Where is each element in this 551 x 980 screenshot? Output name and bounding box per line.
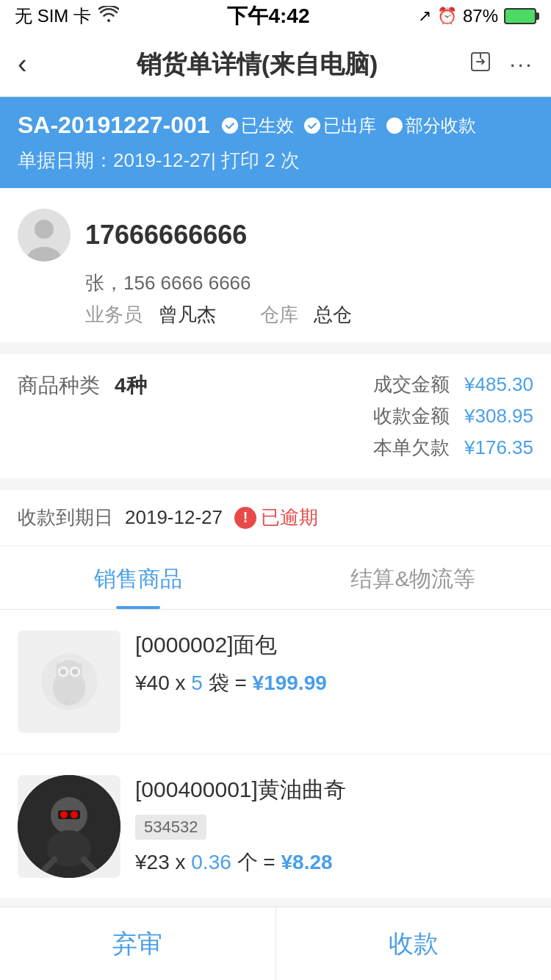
badge-shipped-label: 已出库 <box>323 114 376 137</box>
status-right: ↗ ⏰ 87% <box>418 6 536 26</box>
customer-row: 17666666666 <box>18 209 533 262</box>
product-image-1: 兽+ <box>40 652 98 711</box>
more-icon[interactable]: ··· <box>509 51 533 78</box>
product-tag-2: 534532 <box>135 815 206 840</box>
product-image-2 <box>18 775 120 878</box>
cancel-audit-button[interactable]: 弃审 <box>0 907 276 980</box>
debt-row: 本单欠款 ¥176.35 <box>373 435 533 461</box>
received-value: ¥308.95 <box>464 405 533 428</box>
avatar <box>18 209 71 262</box>
item-count: 4种 <box>115 372 147 400</box>
tab-products[interactable]: 销售商品 <box>0 547 276 609</box>
status-bar: 无 SIM 卡 下午4:42 ↗ ⏰ 87% <box>0 0 551 32</box>
svg-point-20 <box>71 811 78 818</box>
svg-text:兽+: 兽+ <box>63 699 75 707</box>
nav-actions: ··· <box>460 51 533 78</box>
product-code-1: [0000002] <box>135 633 233 657</box>
tab-settlement[interactable]: 结算&物流等 <box>276 547 551 609</box>
product-name-2: [000400001]黄油曲奇 <box>135 775 533 805</box>
badge-shipped: 已出库 <box>304 114 376 137</box>
price-2: ¥23 <box>135 851 170 873</box>
clock-icon: ⏱ <box>386 118 403 134</box>
unit-2: 个 <box>237 851 258 873</box>
product-display-name-1: 面包 <box>233 633 277 657</box>
doc-date-value: 2019-12-27 <box>113 149 211 171</box>
order-header: SA-20191227-001 已生效 已出库 ⏱ 部分收款 单据日期：2019… <box>0 97 551 188</box>
nav-bar: ‹ 销货单详情(来自电脑) ··· <box>0 32 551 97</box>
products-section: 兽+ [0000002]面包 ¥40 x 5 袋 = ¥199.99 <box>0 610 551 899</box>
warehouse-label: 仓库 <box>260 303 298 325</box>
battery-icon <box>504 8 536 24</box>
qty-1: 5 <box>191 671 203 694</box>
tab-settlement-label: 结算&物流等 <box>350 566 475 591</box>
product-item-2: [000400001]黄油曲奇 534532 ¥23 x 0.36 个 = ¥8… <box>0 754 551 899</box>
order-id: SA-20191227-001 <box>18 112 210 139</box>
share-icon[interactable] <box>469 51 491 78</box>
badge-partial: ⏱ 部分收款 <box>386 114 476 137</box>
badge-partial-label: 部分收款 <box>406 114 476 137</box>
total-2: ¥8.28 <box>281 851 332 873</box>
due-date-value: 2019-12-27 <box>125 506 223 529</box>
time-label: 下午4:42 <box>227 2 309 30</box>
back-button[interactable]: ‹ <box>18 48 54 80</box>
product-price-2: ¥23 x 0.36 个 = ¥8.28 <box>135 849 533 876</box>
product-code-2: [000400001] <box>135 777 258 801</box>
product-info-1: [0000002]面包 ¥40 x 5 袋 = ¥199.99 <box>135 630 533 697</box>
battery-percent: 87% <box>463 6 498 26</box>
deal-amount-row: 成交金额 ¥485.30 <box>373 372 533 397</box>
check-icon-2 <box>304 118 320 134</box>
due-section: 收款到期日 2019-12-27 ! 已逾期 <box>0 490 551 545</box>
overdue-label: 已逾期 <box>261 505 318 530</box>
bottom-bar: 弃审 收款 <box>0 907 551 980</box>
item-type-label: 商品种类 <box>18 372 100 400</box>
deal-amount-label: 成交金额 <box>373 372 450 397</box>
carrier-label: 无 SIM 卡 <box>15 4 91 28</box>
svg-point-19 <box>60 811 68 818</box>
check-icon-1 <box>222 118 238 134</box>
product-item: 兽+ [0000002]面包 ¥40 x 5 袋 = ¥199.99 <box>0 610 551 754</box>
product-thumb-2 <box>18 775 120 878</box>
stats-left: 商品种类 4种 <box>18 372 147 400</box>
received-row: 收款金额 ¥308.95 <box>373 403 533 429</box>
stats-right: 成交金额 ¥485.30 收款金额 ¥308.95 本单欠款 ¥176.35 <box>373 372 533 461</box>
deal-amount-value: ¥485.30 <box>464 373 533 396</box>
customer-section: 17666666666 张，156 6666 6666 业务员 曾凡杰 仓库 总… <box>0 188 551 342</box>
customer-name: 张，156 6666 6666 <box>85 270 533 296</box>
debt-value: ¥176.35 <box>464 436 533 459</box>
tabs-section: 销售商品 结算&物流等 <box>0 547 551 610</box>
due-date-label: 收款到期日 <box>18 505 113 530</box>
doc-date-label: 单据日期： <box>18 149 113 171</box>
badge-active: 已生效 <box>222 114 294 137</box>
svg-point-9 <box>60 669 66 674</box>
doc-date-row: 单据日期：2019-12-27| 打印 2 次 <box>18 148 533 173</box>
location-icon: ↗ <box>418 7 431 26</box>
product-price-1: ¥40 x 5 袋 = ¥199.99 <box>135 669 533 697</box>
overdue-badge: ! 已逾期 <box>234 505 318 530</box>
tab-products-label: 销售商品 <box>94 566 182 591</box>
staff-label: 业务员 <box>85 303 143 325</box>
received-label: 收款金额 <box>373 403 450 429</box>
product-name-1: [0000002]面包 <box>135 630 533 660</box>
status-left: 无 SIM 卡 <box>15 4 119 28</box>
product-info-2: [000400001]黄油曲奇 534532 ¥23 x 0.36 个 = ¥8… <box>135 775 533 876</box>
badge-active-label: 已生效 <box>241 114 294 137</box>
svg-point-10 <box>72 669 78 674</box>
user-avatar-icon <box>18 209 71 262</box>
qty-2: 0.36 <box>191 851 231 873</box>
total-1: ¥199.99 <box>253 671 327 694</box>
page-title: 销货单详情(来自电脑) <box>54 48 460 82</box>
debt-label: 本单欠款 <box>373 435 450 461</box>
product-display-name-2: 黄油曲奇 <box>258 777 346 801</box>
status-badges: 已生效 已出库 ⏱ 部分收款 <box>222 114 476 137</box>
overdue-icon: ! <box>234 507 256 529</box>
print-info: | 打印 2 次 <box>211 149 300 171</box>
svg-point-2 <box>35 220 54 239</box>
wifi-icon <box>98 6 119 26</box>
staff-name: 曾凡杰 <box>159 303 216 325</box>
order-id-row: SA-20191227-001 已生效 已出库 ⏱ 部分收款 <box>18 112 533 139</box>
collect-payment-button[interactable]: 收款 <box>276 907 552 980</box>
customer-id: 17666666666 <box>85 220 247 251</box>
alarm-icon: ⏰ <box>437 7 457 26</box>
unit-1: 袋 <box>209 671 229 694</box>
warehouse-name: 总仓 <box>314 303 352 325</box>
